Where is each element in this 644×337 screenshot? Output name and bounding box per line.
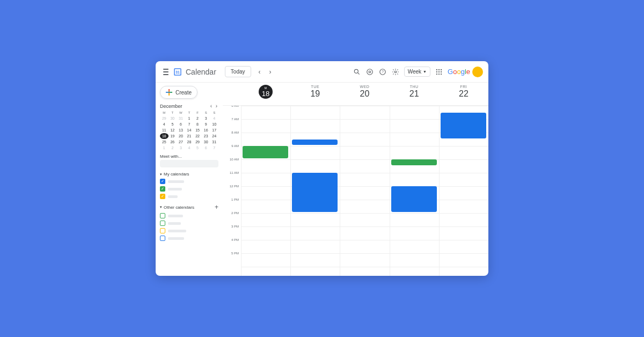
mini-day[interactable]: 8 bbox=[193, 121, 202, 127]
event-block[interactable] bbox=[441, 113, 486, 138]
mini-day[interactable]: 3 bbox=[202, 115, 210, 121]
mini-day[interactable]: 12 bbox=[169, 127, 177, 133]
event-block[interactable] bbox=[391, 186, 437, 212]
hour-label: 9 AM bbox=[223, 144, 239, 158]
mini-day[interactable]: 31 bbox=[177, 115, 185, 121]
view-select[interactable]: Week ▼ bbox=[404, 67, 430, 77]
help-icon[interactable]: ? bbox=[378, 67, 387, 77]
event-block[interactable] bbox=[243, 146, 288, 158]
settings-icon[interactable] bbox=[391, 67, 400, 77]
mini-day[interactable]: 6 bbox=[202, 145, 210, 151]
mini-day[interactable]: 1 bbox=[160, 145, 169, 151]
mini-day[interactable]: 2 bbox=[193, 115, 202, 121]
mini-day[interactable]: 26 bbox=[169, 139, 177, 145]
day-column[interactable] bbox=[439, 106, 488, 276]
mini-day[interactable]: 22 bbox=[193, 133, 202, 139]
other-calendars-header[interactable]: ▾ Other calendars + bbox=[160, 203, 218, 211]
mini-day[interactable]: 7 bbox=[210, 145, 218, 151]
mini-day[interactable]: 20 bbox=[177, 133, 185, 139]
event-block[interactable] bbox=[391, 159, 437, 165]
my-calendar-item[interactable] bbox=[160, 186, 218, 192]
meet-with-input[interactable] bbox=[160, 160, 218, 167]
mini-day[interactable]: 17 bbox=[210, 127, 218, 133]
add-calendar-icon[interactable]: + bbox=[215, 203, 218, 211]
menu-icon[interactable] bbox=[161, 67, 171, 77]
other-calendar-item[interactable] bbox=[160, 228, 218, 233]
mini-day[interactable]: 9 bbox=[202, 121, 210, 127]
mini-day[interactable]: 2 bbox=[169, 145, 177, 151]
day-column[interactable] bbox=[241, 106, 290, 276]
calendar-checkbox[interactable] bbox=[160, 236, 165, 241]
other-calendar-item[interactable] bbox=[160, 236, 218, 241]
day-column[interactable] bbox=[390, 106, 439, 276]
mini-day[interactable]: 29 bbox=[193, 139, 202, 145]
mini-day[interactable]: 25 bbox=[160, 139, 169, 145]
plus-icon bbox=[166, 89, 172, 96]
day-header[interactable]: M18 bbox=[241, 83, 290, 105]
apps-icon[interactable] bbox=[434, 67, 444, 77]
create-button[interactable]: Create bbox=[160, 86, 197, 99]
mini-day[interactable]: 10 bbox=[210, 121, 218, 127]
event-block[interactable] bbox=[292, 173, 338, 212]
svg-point-5 bbox=[367, 69, 372, 75]
my-calendars-header[interactable]: ▾ My calendars bbox=[160, 172, 218, 177]
calendar-checkbox[interactable] bbox=[160, 186, 165, 192]
day-header[interactable]: THU21 bbox=[390, 83, 439, 105]
mini-day[interactable]: 29 bbox=[160, 115, 169, 121]
mini-day[interactable]: 15 bbox=[193, 127, 202, 133]
day-header[interactable]: TUE19 bbox=[290, 83, 340, 105]
calendar-name-placeholder bbox=[168, 195, 178, 198]
calendar-checkbox[interactable] bbox=[160, 194, 165, 199]
mini-day[interactable]: 3 bbox=[177, 145, 185, 151]
mini-day[interactable]: 4 bbox=[160, 121, 169, 127]
mini-prev-icon[interactable]: ‹ bbox=[209, 103, 213, 109]
mini-day[interactable]: 24 bbox=[210, 133, 218, 139]
mini-day[interactable]: 5 bbox=[193, 145, 202, 151]
mini-day[interactable]: 4 bbox=[185, 145, 194, 151]
mini-day[interactable]: 6 bbox=[177, 121, 185, 127]
mini-day[interactable]: 11 bbox=[160, 127, 169, 133]
mini-day[interactable]: 23 bbox=[202, 133, 210, 139]
mini-day[interactable]: 7 bbox=[185, 121, 194, 127]
mini-day[interactable]: 5 bbox=[169, 121, 177, 127]
next-week-icon[interactable]: › bbox=[266, 68, 275, 76]
calendar-checkbox[interactable] bbox=[160, 228, 165, 233]
mini-day[interactable]: 18 bbox=[160, 133, 169, 139]
mini-day[interactable]: 1 bbox=[185, 115, 194, 121]
mini-day[interactable]: 13 bbox=[177, 127, 185, 133]
calendar-checkbox[interactable] bbox=[160, 213, 165, 218]
day-header[interactable]: FRI22 bbox=[439, 83, 488, 105]
mini-day[interactable]: 28 bbox=[185, 139, 194, 145]
calendar-checkbox[interactable] bbox=[160, 221, 165, 226]
svg-point-11 bbox=[438, 69, 440, 70]
other-calendar-item[interactable] bbox=[160, 221, 218, 226]
prev-week-icon[interactable]: ‹ bbox=[255, 68, 264, 76]
mini-day[interactable]: 30 bbox=[169, 115, 177, 121]
my-calendar-item[interactable] bbox=[160, 179, 218, 184]
mini-day[interactable]: 19 bbox=[169, 133, 177, 139]
mini-day[interactable]: 16 bbox=[202, 127, 210, 133]
support-icon[interactable] bbox=[365, 67, 375, 77]
svg-point-16 bbox=[436, 73, 437, 74]
event-block[interactable] bbox=[292, 140, 338, 145]
mini-day[interactable]: 27 bbox=[177, 139, 185, 145]
mini-day[interactable]: 14 bbox=[185, 127, 194, 133]
time-grid[interactable]: 6 AM7 AM8 AM9 AM10 AM11 AM12 PM1 PM2 PM3… bbox=[223, 105, 488, 276]
search-icon[interactable] bbox=[352, 67, 362, 77]
day-header[interactable]: WED20 bbox=[340, 83, 389, 105]
my-calendar-item[interactable] bbox=[160, 194, 218, 199]
today-button[interactable]: Today bbox=[225, 66, 251, 77]
mini-calendar[interactable]: MTWTFSS293031123445678910111213141516171… bbox=[160, 110, 218, 151]
mini-next-icon[interactable]: › bbox=[215, 103, 218, 109]
account-avatar[interactable] bbox=[472, 67, 483, 77]
mini-day[interactable]: 30 bbox=[202, 139, 210, 145]
other-calendar-item[interactable] bbox=[160, 213, 218, 218]
calendar-checkbox[interactable] bbox=[160, 179, 165, 184]
mini-day[interactable]: 4 bbox=[210, 115, 218, 121]
day-column[interactable] bbox=[340, 106, 389, 276]
svg-point-17 bbox=[438, 73, 440, 74]
mini-day[interactable]: 31 bbox=[210, 139, 218, 145]
event-grid[interactable] bbox=[241, 106, 488, 276]
day-column[interactable] bbox=[290, 106, 340, 276]
mini-day[interactable]: 21 bbox=[185, 133, 194, 139]
